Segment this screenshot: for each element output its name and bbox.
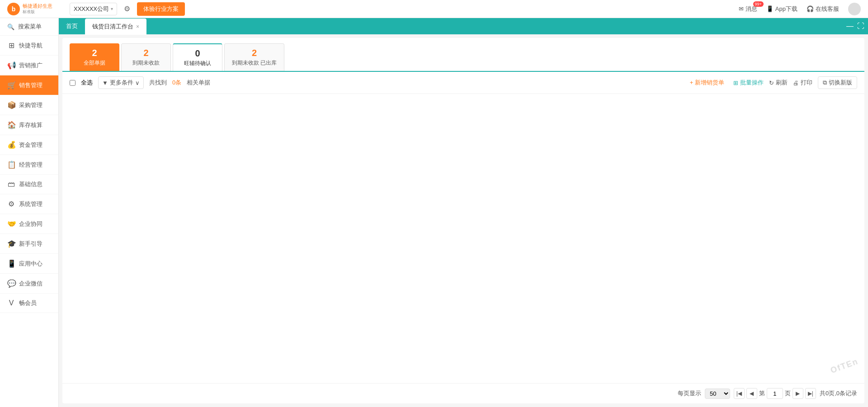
found-prefix: 共找到: [149, 79, 167, 87]
top-header: b 畅捷通好生意 标准版 XXXXXX公司 ▾ ⚙ 体验行业方案 ✉ 消息 99…: [0, 0, 868, 18]
sidebar: 🔍 搜索菜单 ⊞快捷导航📢营销推广🛒销售管理📦采购管理🏠库存核算💰资金管理📋经营…: [0, 18, 59, 407]
page-nav: |◀ ◀ 第 页 ▶ ▶|: [734, 388, 816, 399]
header-right: ✉ 消息 99+ 📱 App下载 🎧 在线客服: [739, 3, 861, 15]
sidebar-item-11[interactable]: 📱应用中心: [0, 254, 58, 274]
sidebar-item-2[interactable]: 🛒销售管理: [0, 75, 58, 95]
stat-tab-2[interactable]: 0旺辅待确认: [173, 43, 222, 71]
found-count: 0条: [172, 79, 181, 87]
user-avatar[interactable]: [848, 3, 861, 15]
sidebar-item-0[interactable]: ⊞快捷导航: [0, 36, 58, 56]
sidebar-icon-6: 📋: [7, 160, 15, 169]
tab-qianhuo[interactable]: 钱货日清工作台 ×: [85, 19, 146, 35]
stat-tab-3[interactable]: 2到期未收款 已出库: [224, 43, 284, 71]
logo-icon: b: [7, 3, 20, 15]
sidebar-item-13[interactable]: V畅会员: [0, 294, 58, 313]
total-info: 共0页,0条记录: [820, 389, 857, 398]
pagination: 每页显示 2050100 |◀ ◀ 第 页 ▶ ▶| 共0页,0条记录: [62, 383, 864, 403]
search-menu-label: 搜索菜单: [18, 23, 42, 31]
toolbar-right: + 新增销货单 ⊞ 批量操作 ↻ 刷新 🖨 打印 ⧉ 切换新版: [686, 76, 857, 89]
app-download-icon: 📱: [766, 5, 774, 12]
found-suffix: 相关单据: [187, 79, 210, 87]
logo-area: b 畅捷通好生意 标准版: [7, 3, 66, 15]
sidebar-icon-7: 🗃: [7, 180, 15, 188]
sidebar-icon-5: 💰: [7, 140, 15, 149]
filter-dropdown-icon: ∨: [135, 80, 140, 86]
sidebar-item-7[interactable]: 🗃基础信息: [0, 175, 58, 194]
refresh-button[interactable]: ↻ 刷新: [769, 79, 788, 87]
last-page-btn[interactable]: ▶|: [805, 388, 816, 399]
company-selector[interactable]: XXXXXX公司 ▾: [70, 3, 117, 15]
new-sale-button[interactable]: + 新增销货单: [686, 77, 728, 89]
main-content: 2全部单据2到期未收款0旺辅待确认2到期未收款 已出库 全选 ▼ 更多条件 ∨ …: [59, 34, 868, 407]
tab-bar: 首页 钱货日清工作台 × — ⛶: [59, 18, 868, 34]
sidebar-item-12[interactable]: 💬企业微信: [0, 274, 58, 294]
tab-right-actions: — ⛶: [846, 22, 868, 30]
tab-qianhuo-label: 钱货日清工作台: [92, 23, 133, 31]
message-button[interactable]: ✉ 消息 99+: [739, 5, 757, 13]
sidebar-item-9[interactable]: 🤝企业协同: [0, 214, 58, 234]
sidebar-icon-2: 🛒: [7, 81, 15, 89]
filter-button[interactable]: ▼ 更多条件 ∨: [98, 76, 144, 89]
message-icon: ✉: [739, 5, 744, 12]
logo-badge: 标准版: [23, 9, 52, 15]
sidebar-item-5[interactable]: 💰资金管理: [0, 135, 58, 155]
message-badge: 99+: [753, 1, 764, 7]
page-size-label: 每页显示: [678, 389, 701, 398]
sidebar-item-10[interactable]: 🎓新手引导: [0, 234, 58, 254]
settings-button[interactable]: ⚙: [121, 3, 133, 15]
switch-icon: ⧉: [823, 79, 827, 86]
toolbar: 全选 ▼ 更多条件 ∨ 共找到 0条 相关单据 + 新增销货单 ⊞ 批量操作 ↻…: [62, 72, 864, 94]
trial-button[interactable]: 体验行业方案: [137, 2, 185, 16]
sidebar-icon-3: 📦: [7, 101, 15, 109]
sidebar-item-4[interactable]: 🏠库存核算: [0, 115, 58, 135]
maximize-icon[interactable]: ⛶: [857, 22, 864, 30]
switch-label: 切换新版: [829, 79, 852, 87]
sidebar-icon-9: 🤝: [7, 220, 15, 228]
print-button[interactable]: 🖨 打印: [793, 79, 812, 87]
sidebar-icon-12: 💬: [7, 279, 15, 288]
filter-icon: ▼: [102, 80, 108, 86]
app-download-label: App下载: [775, 5, 797, 13]
sidebar-icon-13: V: [7, 299, 15, 307]
company-name: XXXXXX公司: [74, 5, 109, 13]
page-number-input[interactable]: [767, 388, 783, 399]
tab-home-label: 首页: [66, 22, 78, 30]
sidebar-item-8[interactable]: ⚙系统管理: [0, 194, 58, 214]
first-page-btn[interactable]: |◀: [734, 388, 745, 399]
refresh-icon: ↻: [769, 80, 774, 86]
online-service-button[interactable]: 🎧 在线客服: [807, 5, 839, 13]
sidebar-icon-8: ⚙: [7, 200, 15, 208]
sidebar-icon-1: 📢: [7, 61, 15, 70]
select-all-label: 全选: [81, 79, 93, 87]
stat-tab-1[interactable]: 2到期未收款: [121, 43, 171, 71]
prev-page-btn[interactable]: ◀: [746, 388, 757, 399]
search-menu[interactable]: 🔍 搜索菜单: [0, 18, 58, 36]
page-size-select[interactable]: 2050100: [705, 388, 730, 399]
switch-version-button[interactable]: ⧉ 切换新版: [818, 76, 857, 89]
tab-home[interactable]: 首页: [59, 18, 85, 34]
sidebar-icon-11: 📱: [7, 259, 15, 268]
sidebar-item-1[interactable]: 📢营销推广: [0, 56, 58, 75]
app-download-button[interactable]: 📱 App下载: [766, 5, 797, 13]
sidebar-item-6[interactable]: 📋经营管理: [0, 155, 58, 175]
batch-icon: ⊞: [733, 80, 738, 86]
print-label: 打印: [801, 79, 812, 87]
refresh-label: 刷新: [776, 79, 788, 87]
batch-op-button[interactable]: ⊞ 批量操作: [733, 79, 764, 87]
sidebar-icon-0: ⊞: [7, 41, 15, 50]
stat-tab-0[interactable]: 2全部单据: [70, 43, 119, 71]
tab-close-btn[interactable]: ×: [136, 23, 139, 30]
minimize-icon[interactable]: —: [846, 22, 854, 30]
print-icon: 🖨: [793, 80, 799, 86]
page-label: 第: [759, 389, 765, 398]
next-page-btn[interactable]: ▶: [793, 388, 803, 399]
search-icon: 🔍: [7, 23, 14, 30]
logo-title: 畅捷通好生意: [23, 3, 52, 9]
select-all-checkbox[interactable]: [70, 80, 75, 86]
headset-icon: 🎧: [807, 5, 814, 12]
sidebar-icon-4: 🏠: [7, 121, 15, 129]
page-label2: 页: [785, 389, 791, 398]
table-area: [62, 94, 864, 383]
online-service-label: 在线客服: [816, 5, 839, 13]
sidebar-item-3[interactable]: 📦采购管理: [0, 95, 58, 115]
